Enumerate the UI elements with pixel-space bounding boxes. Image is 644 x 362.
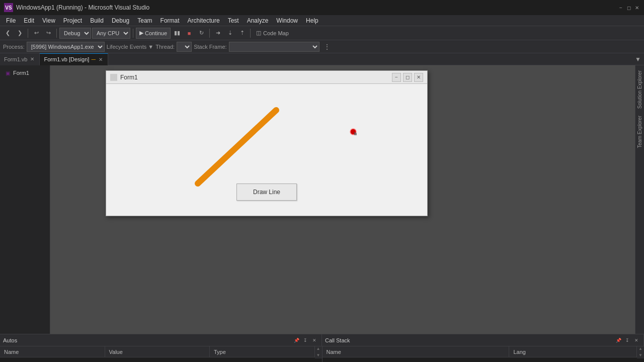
svg-line-0 bbox=[198, 110, 276, 184]
autos-close-icon[interactable]: ✕ bbox=[310, 336, 318, 344]
autos-pin-icon[interactable]: 📌 bbox=[292, 336, 300, 344]
autos-name-col: Name bbox=[0, 346, 105, 357]
stack-frame-label: Stack Frame: bbox=[194, 44, 226, 50]
tab-form1-vb-design[interactable]: Form1.vb [Design] ⸻ ✕ bbox=[40, 53, 108, 65]
cursor-breakpoint-icon bbox=[350, 128, 357, 135]
debug-config-dropdown[interactable]: Debug bbox=[59, 28, 91, 39]
tab-form1-design-close[interactable]: ✕ bbox=[98, 56, 104, 63]
menu-help[interactable]: Help bbox=[302, 15, 323, 26]
continue-button[interactable]: ▶ Continue bbox=[136, 28, 171, 39]
tree-item-label: Form1 bbox=[13, 70, 29, 76]
code-map-button[interactable]: ◫ Code Map bbox=[253, 30, 292, 36]
autos-scroll-up[interactable]: ▲ bbox=[315, 346, 321, 352]
call-stack-arrow-icon[interactable]: ↧ bbox=[623, 336, 631, 344]
window-controls: − ◻ ✕ bbox=[618, 5, 640, 11]
bottom-panels-area: Autos 📌 ↧ ✕ Call Stack 📌 ↧ ✕ Name Value … bbox=[0, 334, 644, 362]
draw-line-button[interactable]: Draw Line bbox=[236, 184, 297, 201]
platform-dropdown[interactable]: Any CPU bbox=[92, 28, 130, 39]
nav-forward-icon[interactable]: ❯ bbox=[14, 28, 25, 39]
thread-dropdown[interactable] bbox=[177, 42, 192, 52]
menu-analyze[interactable]: Analyze bbox=[243, 15, 273, 26]
menu-build[interactable]: Build bbox=[86, 15, 108, 26]
close-icon[interactable]: ✕ bbox=[634, 5, 640, 11]
step-over-icon[interactable]: ➜ bbox=[212, 28, 223, 39]
tab-form1-vb-close[interactable]: ✕ bbox=[29, 56, 35, 62]
code-map-icon: ◫ bbox=[256, 30, 261, 36]
restart-icon[interactable]: ↻ bbox=[196, 28, 207, 39]
call-stack-scroll-up[interactable]: ▲ bbox=[637, 346, 643, 352]
autos-panel: Name Value Type ▲ ▼ bbox=[0, 346, 323, 362]
form-title-text: Form1 bbox=[120, 74, 389, 81]
autos-scroll: ▲ ▼ bbox=[315, 346, 322, 358]
call-stack-lang-col: Lang bbox=[509, 346, 637, 357]
pause-icon[interactable]: ▮▮ bbox=[172, 28, 183, 39]
call-stack-scroll-down[interactable]: ▼ bbox=[637, 352, 643, 358]
designer-canvas[interactable]: ▣ Form1 − ◻ ✕ Draw Line bbox=[50, 65, 635, 334]
tree-item-form1[interactable]: ▣ Form1 bbox=[2, 68, 48, 77]
stack-frame-options-icon[interactable]: ⋮ bbox=[321, 41, 333, 52]
autos-panel-title: Autos bbox=[3, 337, 17, 343]
team-explorer-tab[interactable]: Team Explorer bbox=[636, 113, 643, 151]
call-stack-name-col: Name bbox=[323, 346, 510, 357]
menu-file[interactable]: File bbox=[2, 15, 20, 26]
process-label: Process: bbox=[3, 44, 25, 50]
stop-icon[interactable]: ■ bbox=[184, 28, 195, 39]
menu-debug[interactable]: Debug bbox=[108, 15, 133, 26]
call-stack-close-icon[interactable]: ✕ bbox=[632, 336, 640, 344]
form-icon: ▣ bbox=[4, 69, 11, 76]
left-panel: ▣ Form1 bbox=[0, 65, 50, 334]
form-title-bar: ▣ Form1 − ◻ ✕ bbox=[106, 71, 427, 84]
redo-icon[interactable]: ↪ bbox=[43, 28, 54, 39]
toolbar-separator bbox=[133, 29, 133, 38]
tab-scroll-button[interactable]: ▼ bbox=[632, 56, 644, 63]
tab-form1-vb-label: Form1.vb bbox=[4, 56, 27, 62]
autos-scroll-down[interactable]: ▼ bbox=[315, 352, 321, 358]
form-maximize-icon[interactable]: ◻ bbox=[403, 73, 412, 82]
autos-type-col: Type bbox=[210, 346, 315, 357]
menu-team[interactable]: Team bbox=[133, 15, 156, 26]
code-map-label: Code Map bbox=[263, 30, 289, 36]
form-window-controls: − ◻ ✕ bbox=[392, 73, 423, 82]
restore-icon[interactable]: ◻ bbox=[626, 5, 632, 11]
call-stack-pin-icon[interactable]: 📌 bbox=[614, 336, 622, 344]
autos-value-col: Value bbox=[105, 346, 210, 357]
menu-project[interactable]: Project bbox=[59, 15, 86, 26]
form-minimize-icon[interactable]: − bbox=[392, 73, 401, 82]
minimize-icon[interactable]: − bbox=[618, 5, 624, 11]
menu-view[interactable]: View bbox=[38, 15, 59, 26]
title-bar: VS WindowsApp1 (Running) - Microsoft Vis… bbox=[0, 0, 644, 15]
process-dropdown[interactable]: [5996] WindowsApp1.exe bbox=[27, 42, 105, 52]
toolbar-separator bbox=[209, 29, 210, 38]
menu-bar: File Edit View Project Build Debug Team … bbox=[0, 15, 644, 26]
menu-edit[interactable]: Edit bbox=[20, 15, 38, 26]
call-stack-panel-controls: 📌 ↧ ✕ bbox=[614, 336, 640, 344]
call-stack-panel-title: Call Stack bbox=[325, 337, 350, 343]
call-stack-panel: Name Lang ▲ ▼ bbox=[323, 346, 645, 362]
tab-form1-vb[interactable]: Form1.vb ✕ bbox=[0, 53, 40, 65]
form-close-icon[interactable]: ✕ bbox=[414, 73, 423, 82]
panels-content: Name Value Type ▲ ▼ Name Lang ▲ ▼ bbox=[0, 346, 644, 362]
cursor-dot-svg bbox=[350, 128, 357, 135]
thread-label: Thread: bbox=[155, 44, 175, 50]
stack-frame-dropdown[interactable] bbox=[229, 42, 319, 52]
tab-form1-design-label: Form1.vb [Design] bbox=[44, 56, 89, 62]
step-into-icon[interactable]: ⇣ bbox=[224, 28, 235, 39]
autos-panel-header: Autos 📌 ↧ ✕ bbox=[0, 334, 322, 346]
toolbar-separator bbox=[250, 29, 251, 38]
menu-architecture[interactable]: Architecture bbox=[184, 15, 224, 26]
main-area: ▣ Form1 ▣ Form1 − ◻ ✕ bbox=[0, 65, 644, 334]
solution-explorer-tab[interactable]: Solution Explorer bbox=[636, 67, 643, 112]
toolbar-separator bbox=[56, 29, 57, 38]
undo-icon[interactable]: ↩ bbox=[31, 28, 42, 39]
autos-arrow-icon[interactable]: ↧ bbox=[301, 336, 309, 344]
menu-format[interactable]: Format bbox=[156, 15, 184, 26]
right-sidebar: Solution Explorer Team Explorer bbox=[635, 65, 644, 334]
menu-window[interactable]: Window bbox=[272, 15, 302, 26]
nav-back-icon[interactable]: ❮ bbox=[2, 28, 13, 39]
step-out-icon[interactable]: ⇡ bbox=[236, 28, 248, 39]
window-title: WindowsApp1 (Running) - Microsoft Visual… bbox=[16, 4, 618, 11]
menu-test[interactable]: Test bbox=[224, 15, 243, 26]
form-app-icon: ▣ bbox=[110, 74, 117, 81]
lifecycle-btn[interactable]: Lifecycle Events ▼ bbox=[107, 44, 153, 50]
form-window: ▣ Form1 − ◻ ✕ Draw Line bbox=[106, 70, 428, 216]
